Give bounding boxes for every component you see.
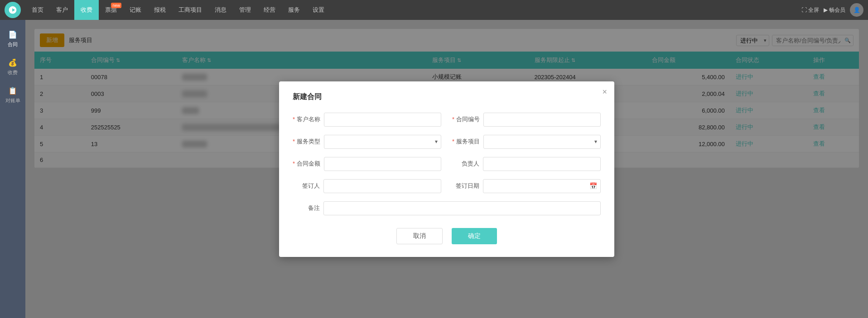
service-type-label: 服务类型 — [293, 138, 320, 146]
statement-icon: 📋 — [7, 85, 18, 96]
form-row-amount: 合同金额 0.00 — [293, 157, 441, 171]
fullscreen-button[interactable]: ⛶ 全屏 — [801, 6, 819, 14]
nav-customer[interactable]: 客户 — [50, 0, 74, 20]
form-row-contract-no: 合同编号 — [452, 113, 601, 127]
nav-settings[interactable]: 设置 — [306, 0, 331, 20]
signer-label: 签订人 — [293, 182, 320, 190]
customer-name-label: 客户名称 — [293, 115, 320, 123]
modal-title: 新建合同 — [293, 92, 601, 102]
customer-name-input[interactable] — [324, 113, 441, 127]
avatar[interactable]: 👤 — [850, 3, 863, 17]
fee-icon: 💰 — [7, 57, 18, 68]
sidebar-item-contract[interactable]: 📄 合同 — [0, 24, 25, 52]
signer-input[interactable] — [323, 179, 441, 193]
nav-service[interactable]: 服务 — [282, 0, 306, 20]
nav-business[interactable]: 工商项目 — [172, 0, 208, 20]
main-layout: 📄 合同 💰 收费 📋 对账单 新增 服务项目 进行中 已完成 — [0, 20, 868, 318]
confirm-button[interactable]: 确定 — [452, 228, 497, 244]
calendar-icon[interactable]: 📅 — [589, 182, 597, 190]
logo — [5, 2, 21, 18]
new-contract-modal: 新建合同 × 客户名称 合同编号 服务类型 — [279, 81, 614, 257]
modal-overlay: 新建合同 × 客户名称 合同编号 服务类型 — [25, 20, 868, 318]
member-button[interactable]: ▶ 畅会员 — [824, 6, 845, 14]
service-item-select[interactable] — [483, 135, 601, 149]
sidebar-item-statement[interactable]: 📋 对账单 — [0, 81, 25, 109]
new-badge: new — [111, 3, 121, 8]
note-input[interactable] — [323, 201, 601, 215]
nav-manage[interactable]: 管理 — [233, 0, 257, 20]
nav-items: 首页 客户 收费 票据 new 记账 报税 工商项目 消息 管理 经营 服务 设… — [25, 0, 801, 20]
sign-date-wrapper: 2023-06-06 📅 — [483, 179, 601, 193]
form-row-signer: 签订人 — [293, 179, 441, 193]
form-row-sign-date: 签订日期 2023-06-06 📅 — [452, 179, 601, 193]
contract-amount-input[interactable]: 0.00 — [324, 157, 441, 171]
responsible-input[interactable] — [483, 157, 601, 171]
contract-icon: 📄 — [7, 29, 18, 40]
note-label: 备注 — [293, 204, 320, 212]
service-item-select-wrapper — [483, 135, 601, 149]
service-type-select[interactable] — [324, 135, 441, 149]
form-row-customer: 客户名称 — [293, 113, 441, 127]
play-icon: ▶ — [824, 7, 828, 13]
close-button[interactable]: × — [602, 88, 607, 96]
cancel-button[interactable]: 取消 — [396, 228, 443, 244]
avatar-icon: 👤 — [854, 7, 860, 13]
modal-footer: 取消 确定 — [293, 228, 601, 244]
fullscreen-icon: ⛶ — [801, 7, 807, 13]
responsible-label: 负责人 — [452, 160, 479, 168]
contract-amount-label: 合同金额 — [293, 160, 320, 168]
top-nav-right: ⛶ 全屏 ▶ 畅会员 👤 — [801, 3, 863, 17]
service-item-label: 服务项目 — [452, 138, 480, 146]
sign-date-label: 签订日期 — [452, 182, 479, 190]
sign-date-input[interactable]: 2023-06-06 — [483, 179, 601, 193]
nav-fee[interactable]: 收费 — [74, 0, 99, 20]
contract-no-label: 合同编号 — [452, 115, 480, 123]
sidebar: 📄 合同 💰 收费 📋 对账单 — [0, 20, 25, 318]
sidebar-item-fee[interactable]: 💰 收费 — [0, 52, 25, 81]
nav-operation[interactable]: 经营 — [257, 0, 282, 20]
top-nav: 首页 客户 收费 票据 new 记账 报税 工商项目 消息 管理 经营 服务 设… — [0, 0, 868, 20]
nav-tax[interactable]: 报税 — [148, 0, 172, 20]
sidebar-item-contract-label: 合同 — [8, 41, 18, 48]
nav-message[interactable]: 消息 — [208, 0, 233, 20]
form-row-note: 备注 — [293, 201, 601, 215]
form-row-service-item: 服务项目 — [452, 135, 601, 149]
contract-no-input[interactable] — [483, 113, 601, 127]
nav-ticket[interactable]: 票据 new — [99, 0, 123, 20]
form-row-service-type: 服务类型 — [293, 135, 441, 149]
nav-bookkeeping[interactable]: 记账 — [123, 0, 148, 20]
sidebar-item-statement-label: 对账单 — [5, 97, 20, 104]
service-type-select-wrapper — [324, 135, 441, 149]
form-grid: 客户名称 合同编号 服务类型 服务项目 — [293, 113, 601, 215]
sidebar-item-fee-label: 收费 — [8, 69, 18, 76]
form-row-responsible: 负责人 — [452, 157, 601, 171]
nav-home[interactable]: 首页 — [25, 0, 50, 20]
content-area: 新增 服务项目 进行中 已完成 已终止 — [25, 20, 868, 318]
